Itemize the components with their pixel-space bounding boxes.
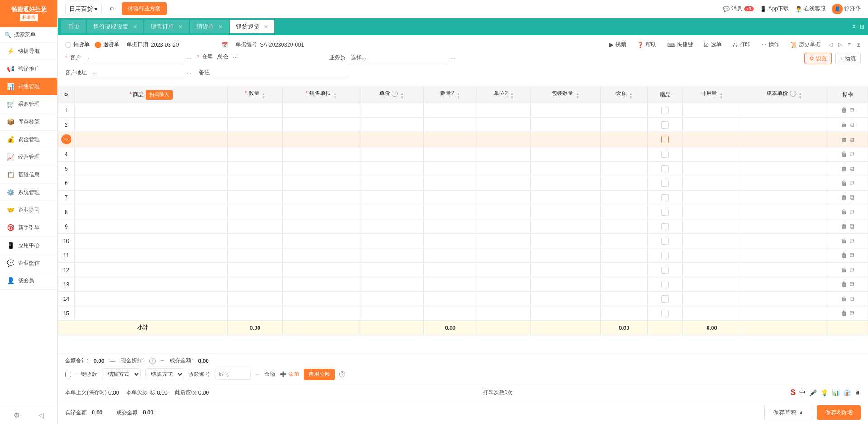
pack-qty-cell[interactable]: [531, 234, 601, 248]
unit-price-info-icon[interactable]: i: [392, 91, 398, 97]
sales-unit-cell[interactable]: [283, 191, 360, 205]
product-cell[interactable]: [75, 205, 228, 219]
product-cell[interactable]: [75, 234, 228, 248]
amount-cell[interactable]: [600, 147, 648, 162]
add-expense-button[interactable]: ➕ 添加: [280, 371, 299, 378]
unit-price-cell[interactable]: [360, 176, 424, 191]
quantity-cell[interactable]: [228, 263, 283, 277]
copy-row-button[interactable]: ⧉: [850, 121, 854, 129]
available-cell[interactable]: [683, 162, 741, 176]
unit-price-cell[interactable]: [360, 191, 424, 205]
cost-price-cell[interactable]: [741, 292, 827, 306]
tab-home[interactable]: 首页: [61, 20, 86, 33]
gift-checkbox[interactable]: [661, 194, 669, 201]
sales-unit-cell[interactable]: [283, 248, 360, 263]
one-click-payment-checkbox[interactable]: [65, 372, 71, 377]
tab-grid-icon[interactable]: ⊞: [860, 24, 864, 30]
cost-price-cell[interactable]: [741, 205, 827, 219]
cost-price-cell[interactable]: [741, 191, 827, 205]
settlement-select[interactable]: 结算方式: [102, 368, 141, 380]
copy-row-button[interactable]: ⧉: [850, 106, 854, 114]
cost-price-cell[interactable]: [741, 176, 827, 191]
gift-checkbox[interactable]: [661, 165, 669, 172]
delete-row-button[interactable]: 🗑: [841, 121, 847, 129]
quantity-cell[interactable]: [228, 103, 283, 118]
qty2-cell[interactable]: [424, 292, 477, 306]
pack-qty-cell[interactable]: [531, 306, 601, 321]
product-cell[interactable]: [75, 191, 228, 205]
unit2-cell-active[interactable]: [477, 132, 530, 147]
unit2-cell[interactable]: [477, 248, 530, 263]
cost-price-cell[interactable]: [741, 118, 827, 132]
qty2-cell[interactable]: [424, 248, 477, 263]
unit-price-cell[interactable]: [360, 248, 424, 263]
delete-row-button[interactable]: 🗑: [841, 223, 847, 230]
cost-price-info-icon[interactable]: i: [790, 91, 796, 97]
qty2-cell[interactable]: [424, 176, 477, 191]
sidebar-item-purchase[interactable]: 🛒 采购管理: [0, 95, 57, 113]
cost-price-cell[interactable]: [741, 234, 827, 248]
amount-cell[interactable]: [600, 263, 648, 277]
copy-row-button[interactable]: ⧉: [850, 208, 854, 216]
tab-sales-delivery[interactable]: 销货单 ✕: [190, 20, 229, 33]
app-download-button[interactable]: 📱 App下载: [760, 5, 789, 13]
unit2-cell[interactable]: [477, 292, 530, 306]
unit2-cell[interactable]: [477, 118, 530, 132]
unit-price-cell[interactable]: [360, 118, 424, 132]
pack-qty-cell[interactable]: [531, 219, 601, 234]
product-cell[interactable]: [75, 219, 228, 234]
sidebar-item-inventory[interactable]: 📦 库存核算: [0, 113, 57, 131]
cost-price-cell[interactable]: [741, 263, 827, 277]
pack-qty-cell[interactable]: [531, 176, 601, 191]
unit-price-cell[interactable]: [360, 219, 424, 234]
sidebar-item-finance[interactable]: 💰 资金管理: [0, 131, 57, 148]
product-input[interactable]: [77, 136, 225, 143]
qty2-cell[interactable]: [424, 234, 477, 248]
pack-qty-cell[interactable]: [531, 205, 601, 219]
sidebar-item-system[interactable]: ⚙️ 系统管理: [0, 184, 57, 201]
account-input[interactable]: [215, 369, 251, 380]
available-cell[interactable]: [683, 292, 741, 306]
history-button[interactable]: 📜 历史单据: [788, 40, 823, 49]
tab-sales-return[interactable]: 销货退货 ✕: [230, 20, 274, 33]
quantity-cell[interactable]: [228, 191, 283, 205]
amount-cell[interactable]: [600, 205, 648, 219]
unit-price-cell[interactable]: [360, 292, 424, 306]
qty2-cell[interactable]: [424, 306, 477, 321]
copy-row-button[interactable]: ⧉: [850, 281, 854, 288]
copy-row-button[interactable]: ⧉: [850, 194, 854, 201]
customer-input[interactable]: [84, 53, 184, 62]
available-cell[interactable]: [683, 306, 741, 321]
tab-close-icon[interactable]: ✕: [179, 24, 183, 30]
available-cell-active[interactable]: [683, 132, 741, 147]
quantity-cell[interactable]: [228, 162, 283, 176]
gift-checkbox[interactable]: [661, 238, 669, 245]
available-cell[interactable]: [683, 191, 741, 205]
tab-close-icon[interactable]: ✕: [218, 24, 222, 30]
settings-icon[interactable]: ⚙: [14, 411, 20, 419]
gift-checkbox[interactable]: [661, 121, 669, 129]
radio-sales-delivery[interactable]: 销货单: [65, 41, 90, 48]
available-cell[interactable]: [683, 248, 741, 263]
unit-price-cell[interactable]: [360, 306, 424, 321]
expense-info-icon[interactable]: ?: [339, 371, 345, 377]
qty2-cell[interactable]: [424, 162, 477, 176]
delete-row-button[interactable]: 🗑: [841, 252, 847, 259]
section-settings-button[interactable]: ⚙: [105, 3, 118, 15]
pack-qty-cell[interactable]: [531, 277, 601, 292]
experience-button[interactable]: 体验行业方案: [122, 2, 167, 15]
gift-checkbox[interactable]: [661, 267, 669, 274]
quantity-cell[interactable]: [228, 118, 283, 132]
cost-price-cell[interactable]: [741, 277, 827, 292]
gift-checkbox[interactable]: [661, 281, 669, 288]
user-profile-button[interactable]: 👤 徐泽华: [832, 4, 861, 14]
sales-unit-cell[interactable]: [283, 277, 360, 292]
amount-cell[interactable]: [600, 219, 648, 234]
amount-cell[interactable]: [600, 191, 648, 205]
section-selector[interactable]: 日用百货 ▾: [65, 3, 102, 15]
sidebar-item-enterprise[interactable]: 🤝 企业协同: [0, 201, 57, 219]
pack-qty-cell[interactable]: [531, 103, 601, 118]
pack-qty-cell[interactable]: [531, 248, 601, 263]
sales-unit-cell[interactable]: [283, 263, 360, 277]
amount-cell[interactable]: [600, 292, 648, 306]
